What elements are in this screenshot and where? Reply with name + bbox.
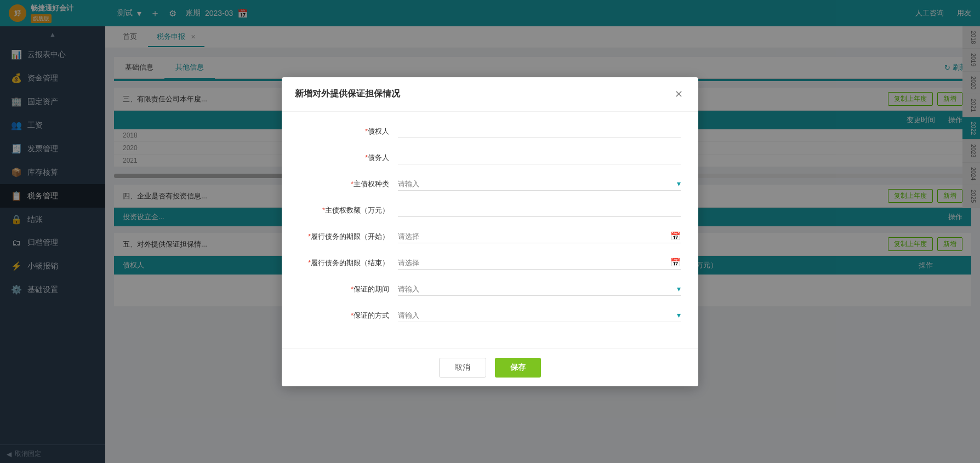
form-row-creditor: *债权人 xyxy=(299,125,681,138)
debt-amount-input[interactable] xyxy=(398,204,681,217)
dialog-footer: 取消 保存 xyxy=(282,348,698,386)
dialog-header: 新增对外提供保证担保情况 ✕ xyxy=(282,77,698,112)
debtor-required-mark: * xyxy=(365,153,368,162)
guarantee-method-select-wrap: ▾ xyxy=(398,309,681,322)
guarantee-period-select-wrap: ▾ xyxy=(398,283,681,296)
guarantee-method-label: *保证的方式 xyxy=(299,311,398,321)
creditor-required-mark: * xyxy=(365,127,368,135)
dialog-overlay: 新增对外提供保证担保情况 ✕ *债权人 *债务人 *主债权种类 xyxy=(0,0,980,463)
dialog-close-button[interactable]: ✕ xyxy=(673,86,685,102)
form-row-guarantee-period: *保证的期间 ▾ xyxy=(299,283,681,296)
creditor-label: *债权人 xyxy=(299,127,398,136)
guarantee-period-required-mark: * xyxy=(351,285,354,293)
period-start-calendar-icon[interactable]: 📅 xyxy=(670,231,681,241)
creditor-input[interactable] xyxy=(398,125,681,138)
period-end-input[interactable] xyxy=(398,256,670,269)
form-row-period-start: *履行债务的期限（开始） 📅 xyxy=(299,230,681,243)
guarantee-period-label: *保证的期间 xyxy=(299,284,398,294)
period-end-required-mark: * xyxy=(308,259,311,267)
period-start-required-mark: * xyxy=(308,232,311,241)
period-end-calendar-icon[interactable]: 📅 xyxy=(670,258,681,267)
debt-type-select-wrap: ▾ xyxy=(398,178,681,191)
form-row-debt-amount: *主债权数额（万元） xyxy=(299,204,681,217)
save-button[interactable]: 保存 xyxy=(495,358,541,378)
form-row-debt-type: *主债权种类 ▾ xyxy=(299,178,681,191)
period-start-label: *履行债务的期限（开始） xyxy=(299,232,398,242)
debt-type-label: *主债权种类 xyxy=(299,179,398,189)
form-row-debtor: *债务人 xyxy=(299,151,681,164)
cancel-button[interactable]: 取消 xyxy=(439,358,486,378)
dialog-body: *债权人 *债务人 *主债权种类 ▾ xyxy=(282,112,698,348)
guarantee-period-input[interactable] xyxy=(398,283,677,295)
debt-type-required-mark: * xyxy=(351,180,354,188)
debtor-label: *债务人 xyxy=(299,153,398,163)
debtor-input[interactable] xyxy=(398,151,681,164)
form-row-period-end: *履行债务的期限（结束） 📅 xyxy=(299,256,681,270)
guarantee-method-arrow-icon[interactable]: ▾ xyxy=(677,311,681,319)
dialog: 新增对外提供保证担保情况 ✕ *债权人 *债务人 *主债权种类 xyxy=(282,77,698,386)
period-start-date-wrap: 📅 xyxy=(398,230,681,243)
guarantee-method-input[interactable] xyxy=(398,309,677,322)
period-start-input[interactable] xyxy=(398,230,670,243)
period-end-date-wrap: 📅 xyxy=(398,256,681,270)
debt-amount-label: *主债权数额（万元） xyxy=(299,205,398,215)
guarantee-method-required-mark: * xyxy=(351,311,354,319)
period-end-label: *履行债务的期限（结束） xyxy=(299,258,398,268)
dialog-title: 新增对外提供保证担保情况 xyxy=(295,88,400,100)
guarantee-period-arrow-icon[interactable]: ▾ xyxy=(677,284,681,293)
debt-amount-required-mark: * xyxy=(322,206,325,214)
form-row-guarantee-method: *保证的方式 ▾ xyxy=(299,309,681,322)
debt-type-input[interactable] xyxy=(398,178,677,190)
debt-type-arrow-icon[interactable]: ▾ xyxy=(677,179,681,188)
